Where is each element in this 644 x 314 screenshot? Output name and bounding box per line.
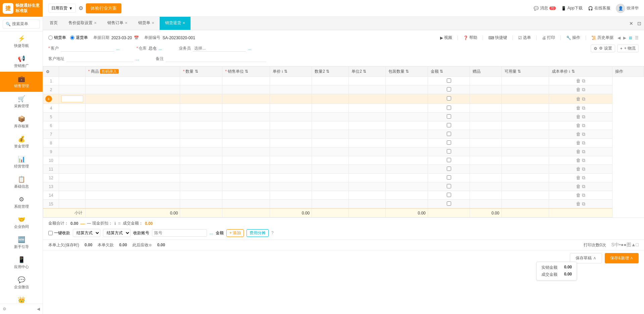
- radio-return[interactable]: 退货单: [70, 35, 88, 41]
- row-12-unit-price[interactable]: [222, 174, 270, 182]
- tab-sales-order[interactable]: 销售订单 ✕: [102, 17, 133, 30]
- row-2-product[interactable]: [59, 85, 86, 94]
- row-9-qty2[interactable]: [270, 147, 312, 156]
- col-price-sort[interactable]: ⇅: [284, 69, 287, 74]
- row-2-gift[interactable]: [428, 85, 470, 94]
- row-4-unit2[interactable]: [312, 104, 349, 113]
- row-4-cost-price[interactable]: [501, 104, 549, 113]
- history-btn[interactable]: 📜 历史单据: [590, 34, 615, 41]
- row-14-unit-price[interactable]: [222, 191, 270, 200]
- module-select[interactable]: 日用百货 ▼: [48, 4, 76, 13]
- row-15-qty[interactable]: [85, 200, 180, 209]
- sidebar-item-system[interactable]: ⚙ 系统管理: [0, 192, 43, 212]
- row-11-qty2[interactable]: [270, 165, 312, 174]
- row-4-copy-icon[interactable]: ⧉: [582, 105, 585, 111]
- col-amount-sort[interactable]: ⇅: [440, 69, 443, 74]
- row-6-pack-qty[interactable]: [349, 121, 386, 130]
- list-icon[interactable]: ☰: [635, 36, 639, 40]
- row-5-unit-price[interactable]: [222, 113, 270, 121]
- row-11-gift[interactable]: [428, 165, 470, 174]
- row-4-amount[interactable]: [386, 104, 428, 113]
- row-3-cost-price[interactable]: [501, 94, 549, 104]
- row-10-sale-unit[interactable]: [180, 156, 222, 165]
- app-download-btn[interactable]: 📱 App下载: [561, 5, 583, 11]
- row-8-gift-checkbox[interactable]: [447, 140, 451, 145]
- row-10-pack-qty[interactable]: [349, 156, 386, 165]
- row-2-unit2[interactable]: [312, 85, 349, 94]
- row-5-delete-icon[interactable]: 🗑: [576, 114, 581, 120]
- nav-next-icon[interactable]: ▶: [623, 36, 626, 40]
- row-8-product[interactable]: [59, 139, 86, 147]
- row-4-unit-price[interactable]: [222, 104, 270, 113]
- row-8-copy-icon[interactable]: ⧉: [582, 140, 585, 146]
- row-6-cost-price[interactable]: [501, 121, 549, 130]
- row-9-pack-qty[interactable]: [349, 147, 386, 156]
- row-11-amount[interactable]: [386, 165, 428, 174]
- row-1-amount[interactable]: [386, 77, 428, 85]
- row-10-unit-price[interactable]: [222, 156, 270, 165]
- account-select-icon[interactable]: ...: [210, 231, 213, 235]
- row-11-available[interactable]: [470, 165, 501, 174]
- customer-addr-input[interactable]: [66, 56, 133, 62]
- row-15-sale-unit[interactable]: [180, 200, 222, 209]
- sidebar-item-inventory[interactable]: 📦 库存核算: [0, 112, 43, 132]
- row-6-unit-price[interactable]: [222, 121, 270, 130]
- row-15-qty2[interactable]: [270, 200, 312, 209]
- row-14-product[interactable]: [59, 191, 86, 200]
- row-9-gift[interactable]: [428, 147, 470, 156]
- video-btn[interactable]: ▶ 视频: [439, 34, 453, 41]
- tab-sales-invoice[interactable]: 销货单 ✕: [133, 17, 160, 30]
- row-13-qty[interactable]: [85, 182, 180, 191]
- row-7-delete-icon[interactable]: 🗑: [576, 131, 581, 137]
- row-15-delete-icon[interactable]: 🗑: [576, 201, 581, 207]
- row-3-pack-qty[interactable]: [349, 94, 386, 104]
- sidebar-item-purchase[interactable]: 🛒 采购管理: [0, 92, 43, 112]
- row-11-gift-checkbox[interactable]: [447, 167, 451, 171]
- col-available-sort[interactable]: ⇅: [518, 69, 521, 74]
- customer-input[interactable]: [61, 45, 114, 52]
- operate-btn[interactable]: 🔧 操作: [565, 34, 582, 41]
- row-12-pack-qty[interactable]: [349, 174, 386, 182]
- grid-icon[interactable]: ⊞: [629, 36, 632, 40]
- row-5-unit2[interactable]: [312, 113, 349, 121]
- trial-btn[interactable]: 体验行业方案: [86, 3, 121, 13]
- row-8-unit-price[interactable]: [222, 139, 270, 147]
- col-cost-sort[interactable]: ⇅: [572, 69, 575, 74]
- salesperson-input[interactable]: [193, 45, 246, 52]
- row-11-delete-icon[interactable]: 🗑: [576, 166, 581, 172]
- row-11-unit2[interactable]: [312, 165, 349, 174]
- row-14-sale-unit[interactable]: [180, 191, 222, 200]
- sidebar-item-finance[interactable]: 💰 资金管理: [0, 132, 43, 152]
- row-10-product[interactable]: [59, 156, 86, 165]
- message-btn[interactable]: 💬 消息 70: [534, 5, 556, 11]
- row-11-sale-unit[interactable]: [180, 165, 222, 174]
- row-1-gift-checkbox[interactable]: [447, 78, 451, 83]
- row-2-available[interactable]: [470, 85, 501, 94]
- row-8-delete-icon[interactable]: 🗑: [576, 140, 581, 146]
- row-9-product[interactable]: [59, 147, 86, 156]
- row-4-sale-unit[interactable]: [180, 104, 222, 113]
- cost-price-info-icon[interactable]: ℹ: [569, 70, 570, 73]
- row-15-available[interactable]: [470, 200, 501, 209]
- remarks-input[interactable]: [166, 56, 266, 62]
- row-14-amount[interactable]: [386, 191, 428, 200]
- row-1-product[interactable]: [59, 77, 86, 85]
- row-7-pack-qty[interactable]: [349, 130, 386, 139]
- row-7-sale-unit[interactable]: [180, 130, 222, 139]
- row-5-gift[interactable]: [428, 113, 470, 121]
- tab-home[interactable]: 首页: [44, 17, 63, 30]
- row-5-product[interactable]: [59, 113, 86, 121]
- settings-gear-icon[interactable]: ⚙: [3, 307, 6, 311]
- row-15-amount[interactable]: [386, 200, 428, 209]
- row-8-available[interactable]: [470, 139, 501, 147]
- row-5-copy-icon[interactable]: ⧉: [582, 114, 585, 120]
- row-12-qty[interactable]: [85, 174, 180, 182]
- row-7-product[interactable]: [59, 130, 86, 139]
- row-13-gift-checkbox[interactable]: [447, 184, 451, 188]
- sidebar-item-newbie[interactable]: 🆕 新手引导: [0, 233, 43, 253]
- row-5-pack-qty[interactable]: [349, 113, 386, 121]
- row-10-unit2[interactable]: [312, 156, 349, 165]
- row-8-qty[interactable]: [85, 139, 180, 147]
- sidebar-item-marketing[interactable]: 📢 营销推广: [0, 52, 43, 72]
- row-6-amount[interactable]: [386, 121, 428, 130]
